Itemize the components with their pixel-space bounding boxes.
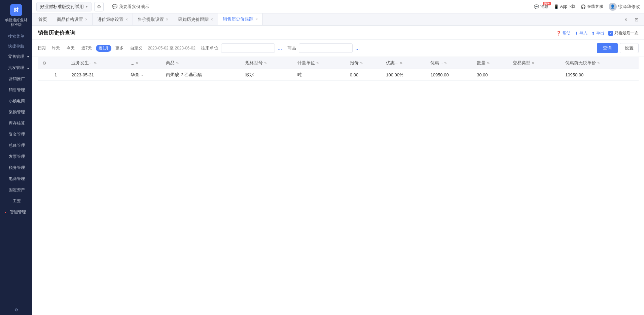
module-selector[interactable]: 好业财标准版交付试用 ▾ (36, 2, 92, 11)
tab-close-btn[interactable]: × (621, 15, 631, 24)
sort-icon: ⇅ (400, 61, 402, 65)
query-btn[interactable]: 查询 (597, 43, 618, 53)
topbar-divider (108, 3, 108, 10)
close-icon[interactable]: × (166, 18, 168, 22)
sidebar-item-purchase-mgmt[interactable]: 采购管理 (0, 107, 32, 118)
last-only-checkbox[interactable]: ✓ 只看最后一次 (608, 30, 639, 36)
th-biz-date[interactable]: 业务发生... ⇅ (68, 57, 127, 69)
th-price-label: 报价 (350, 60, 359, 66)
close-icon[interactable]: × (126, 18, 128, 22)
last-only-label: 只看最后一次 (614, 30, 639, 36)
tab-price-strategy[interactable]: 进价策略设置 × (93, 13, 133, 26)
sort-icon: ⇅ (94, 61, 97, 65)
message-btn[interactable]: 💬 消息 99+ (534, 4, 548, 9)
cell-unit: 吨 (294, 69, 347, 81)
page-header: 销售历史价查询 ❓ 帮助 ⬇ 导入 ⬆ 导出 ✓ 只看最后一次 (32, 26, 644, 40)
th-discount2[interactable]: 优惠... ⇅ (427, 57, 473, 69)
sidebar-item-fixed-assets[interactable]: 固定资产 (0, 184, 32, 196)
sidebar: 财 畅捷通好业财标准版 搜索菜单 快捷导航 零售管理 ▾ 批发管理 ▴ 营销推广… (0, 0, 32, 315)
sidebar-item-retail-mgmt[interactable]: 零售管理 ▾ (0, 51, 32, 62)
th-unit-label: 计量单位 (297, 60, 315, 66)
main-area: 好业财标准版交付试用 ▾ ⚙ 💬 我要看实例演示 💬 消息 99+ 📱 App下… (32, 0, 644, 315)
export-btn[interactable]: ⬆ 导出 (592, 30, 604, 36)
cell-product: 丙烯酸-2-乙基己酯 (163, 69, 242, 81)
module-dropdown-arrow: ▾ (86, 4, 88, 9)
date-filter-group: 日期 昨天 今天 近7天 近1月 更多 自定义 2023-05-02 至 202… (38, 45, 195, 52)
date-buttons: 昨天 今天 近7天 近1月 更多 自定义 (49, 45, 145, 52)
app-download-btn[interactable]: 📱 App下载 (554, 4, 575, 9)
sidebar-item-inventory[interactable]: 库存核算 (0, 118, 32, 129)
sidebar-item-ecommerce[interactable]: 小畅电商 (0, 96, 32, 107)
th-trans-type[interactable]: 交易类型 ⇅ (509, 57, 562, 69)
service-icon: 🎧 (581, 4, 586, 9)
sidebar-item-wholesale-mgmt[interactable]: 批发管理 ▴ (0, 62, 32, 73)
tab-price-extract[interactable]: 售价提取设置 × (133, 13, 173, 26)
chevron-down-icon: ▾ (27, 55, 29, 59)
table-header-row: ⚙ 业务发生... ⇅ ... ⇅ (38, 57, 639, 69)
th-price[interactable]: 报价 ⇅ (347, 57, 383, 69)
th-discount1[interactable]: 优惠... ⇅ (383, 57, 427, 69)
source-ellipsis-btn[interactable]: ... (278, 45, 282, 51)
sidebar-search[interactable]: 搜索菜单 (0, 30, 32, 41)
settings-btn[interactable]: 设置 (620, 43, 639, 53)
product-filter-label: 商品 (287, 45, 296, 51)
close-icon[interactable]: × (211, 18, 213, 22)
sort-icon: ⇅ (264, 61, 267, 65)
th-unit[interactable]: 计量单位 ⇅ (294, 57, 347, 69)
tab-home[interactable]: 首页 (34, 13, 52, 26)
sort-icon: ⇅ (176, 61, 179, 65)
cell-spec: 散水 (242, 69, 294, 81)
sidebar-item-finance[interactable]: 资金管理 (0, 129, 32, 140)
sidebar-item-smart-mgmt[interactable]: 智能管理 (0, 207, 32, 218)
date-btn-last1m[interactable]: 近1月 (96, 45, 112, 52)
th-row-num (51, 57, 68, 69)
close-icon[interactable]: × (85, 18, 87, 22)
tab-purchase-history[interactable]: 采购历史价跟踪 × (173, 13, 218, 26)
close-icon[interactable]: × (255, 17, 258, 21)
service-btn[interactable]: 🎧 在线客服 (581, 4, 603, 9)
date-btn-today[interactable]: 今天 (64, 45, 77, 52)
help-btn[interactable]: ❓ 帮助 (556, 30, 571, 36)
tab-maximize-btn[interactable]: ⊡ (632, 15, 641, 24)
tabs-controls: × ⊡ (621, 15, 644, 24)
product-ellipsis-btn[interactable]: ... (355, 45, 360, 51)
user-menu[interactable]: 👤 徐泽华修改 (609, 3, 640, 11)
th-pretax-price[interactable]: 优惠前无税单价 ⇅ (562, 57, 639, 69)
sort-icon: ⇅ (360, 61, 363, 65)
topbar-demo-btn[interactable]: 💬 我要看实例演示 (112, 4, 149, 10)
sidebar-item-sales-mgmt[interactable]: 销售管理 (0, 84, 32, 96)
gear-icon[interactable]: ⚙ (42, 61, 46, 66)
topbar-settings-btn[interactable]: ⚙ (94, 2, 104, 11)
avatar: 👤 (609, 3, 617, 11)
tab-sales-history[interactable]: 销售历史价跟踪 × (218, 13, 263, 26)
sidebar-item-tax[interactable]: 税务管理 (0, 162, 32, 173)
th-product[interactable]: 商品 ⇅ (163, 57, 242, 69)
th-spec[interactable]: 规格型号 ⇅ (242, 57, 294, 69)
sort-icon: ⇅ (597, 61, 600, 65)
sidebar-item-invoice[interactable]: 发票管理 (0, 151, 32, 162)
cell-discount1: 100.00% (383, 69, 427, 81)
help-label: 帮助 (563, 30, 571, 36)
sidebar-settings-btn[interactable]: ⚙ (0, 305, 32, 315)
th-extra[interactable]: ... ⇅ (127, 57, 163, 69)
date-btn-more[interactable]: 更多 (113, 45, 126, 52)
th-discount1-label: 优惠... (386, 60, 398, 66)
tab-product-price[interactable]: 商品价格设置 × (52, 13, 93, 26)
th-quantity[interactable]: 数量 ⇅ (473, 57, 509, 69)
sidebar-item-ecom-mgmt[interactable]: 电商管理 (0, 173, 32, 184)
import-btn[interactable]: ⬇ 导入 (575, 30, 587, 36)
source-input[interactable] (221, 43, 275, 53)
cell-trans-type (509, 69, 562, 81)
sidebar-item-marketing[interactable]: 营销推广 (0, 73, 32, 84)
sidebar-item-accounting[interactable]: 总账管理 (0, 140, 32, 151)
sort-icon: ⇅ (444, 61, 447, 65)
date-btn-last7[interactable]: 近7天 (79, 45, 95, 52)
sidebar-quicknav[interactable]: 快捷导航 (0, 41, 32, 51)
date-btn-custom[interactable]: 自定义 (128, 45, 145, 52)
import-label: 导入 (579, 30, 587, 36)
sidebar-item-payroll[interactable]: 工资 (0, 196, 32, 207)
product-input[interactable] (299, 43, 353, 53)
date-btn-yesterday[interactable]: 昨天 (49, 45, 63, 52)
th-gear[interactable]: ⚙ (38, 57, 51, 69)
sort-icon: ⇅ (136, 61, 138, 65)
